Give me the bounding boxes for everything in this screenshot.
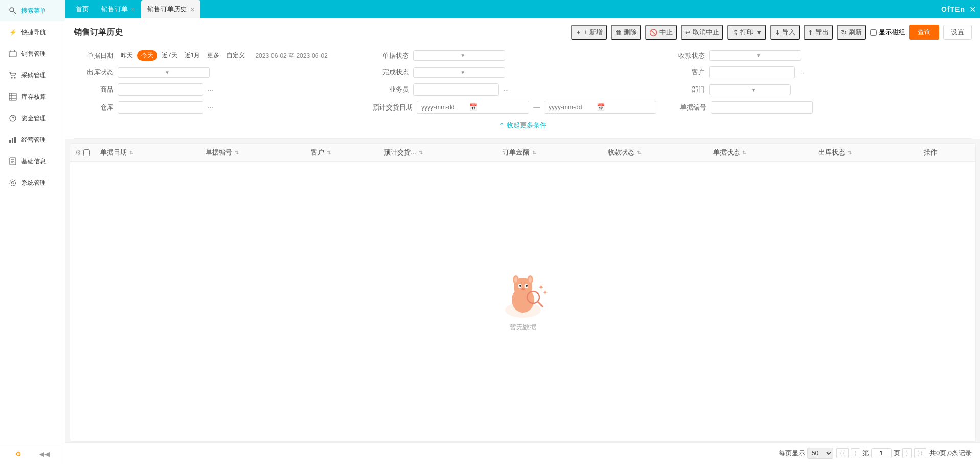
sidebar-item-inventory[interactable]: 库存核算	[0, 86, 65, 107]
sidebar-item-sys-mgmt[interactable]: 系统管理	[0, 172, 65, 193]
header-delivery: 预计交货... ⇅	[379, 144, 497, 162]
delivery-status-select[interactable]: ▼	[118, 67, 210, 78]
cancel-stop-icon: ↩	[685, 29, 691, 36]
salesperson-input[interactable]	[413, 83, 499, 96]
print-arrow-icon: ▼	[756, 29, 762, 36]
delivery-date-end-input[interactable]	[549, 104, 595, 111]
date-tab-yesterday[interactable]: 昨天	[118, 50, 136, 61]
date-tab-today[interactable]: 今天	[137, 50, 157, 61]
delete-button[interactable]: 🗑 删除	[611, 25, 641, 40]
order-number-input[interactable]	[711, 101, 813, 114]
order-status-arrow-icon: ▼	[460, 53, 500, 58]
department-select[interactable]: ▼	[709, 84, 791, 95]
delivery-date-start-input[interactable]	[421, 104, 467, 111]
number-sort-icon[interactable]: ⇅	[235, 150, 239, 156]
tab-home[interactable]: 首页	[70, 0, 95, 18]
svg-line-33	[538, 302, 542, 306]
sidebar-item-search[interactable]: 搜索菜单	[0, 0, 65, 21]
customer-label: 客户	[668, 68, 709, 77]
export-icon: ⬆	[808, 29, 813, 36]
calendar-end-icon[interactable]: 📅	[597, 103, 605, 111]
refresh-button[interactable]: ↻ 刷新	[837, 25, 866, 40]
date-tab-7days[interactable]: 近7天	[158, 50, 180, 61]
prev-page-button[interactable]: ⟨	[851, 448, 860, 458]
next-page-button[interactable]: ⟩	[902, 448, 912, 458]
export-button[interactable]: ⬆ 导出	[804, 25, 833, 40]
empty-state: ✦ ✦ 暂无数据	[70, 162, 975, 441]
sidebar-item-operation[interactable]: 经营管理	[0, 129, 65, 150]
warehouse-dots-icon[interactable]: ···	[208, 103, 213, 111]
current-page-input[interactable]	[871, 448, 892, 458]
cancel-stop-button[interactable]: ↩ 取消中止	[681, 25, 723, 40]
import-icon: ⬇	[774, 29, 780, 36]
sidebar-settings-icon[interactable]: ⚙	[15, 450, 21, 458]
setting-button[interactable]: 设置	[943, 25, 972, 40]
tab-sales-order-history[interactable]: 销售订单历史 ✕	[141, 0, 200, 18]
stop-button[interactable]: 🚫 中止	[645, 25, 677, 40]
complete-arrow-icon: ▼	[460, 70, 500, 75]
customer-dots-icon[interactable]: ···	[799, 69, 805, 76]
warehouse-input[interactable]	[118, 101, 203, 114]
first-page-button[interactable]: ⟨⟨	[836, 448, 849, 458]
payment-sort-icon[interactable]: ⇅	[637, 150, 641, 156]
main-area: 首页 销售订单 ✕ 销售订单历史 ✕ OfTEn ✕ 销售订单历史 ＋ + 新增	[65, 0, 980, 464]
complete-status-select[interactable]: ▼	[413, 67, 505, 78]
display-columns-toggle[interactable]: 显示磁组	[870, 28, 905, 37]
calendar-start-icon[interactable]: 📅	[469, 103, 477, 111]
last-page-button[interactable]: ⟩⟩	[914, 448, 926, 458]
sidebar-item-base-info[interactable]: 基础信息	[0, 150, 65, 172]
svg-rect-11	[9, 140, 11, 143]
date-sort-icon[interactable]: ⇅	[129, 150, 133, 156]
order-status-select[interactable]: ▼	[413, 50, 505, 61]
customer-sort-icon[interactable]: ⇅	[327, 150, 331, 156]
tab-sales-order-history-close[interactable]: ✕	[190, 7, 194, 12]
sidebar-bottom: ⚙ ◀◀	[0, 444, 65, 464]
sidebar-item-finance[interactable]: ¥ 资金管理	[0, 107, 65, 129]
complete-status-label: 完成状态	[372, 68, 413, 77]
customer-input[interactable]	[709, 66, 795, 78]
amount-sort-icon[interactable]: ⇅	[532, 150, 536, 156]
header-checkbox-cell: ⚙	[70, 144, 95, 162]
sidebar-item-quick-nav[interactable]: ⚡ 快捷导航	[0, 21, 65, 43]
tab-sales-order-close[interactable]: ✕	[131, 7, 135, 12]
delivery-sort-icon[interactable]: ⇅	[419, 150, 423, 156]
salesperson-dots-icon[interactable]: ···	[503, 86, 509, 94]
product-dots-icon[interactable]: ···	[208, 86, 213, 94]
date-tab-more[interactable]: 更多	[204, 50, 222, 61]
data-table: ⚙ 单据日期 ⇅ 单据编号 ⇅	[70, 144, 975, 162]
collapse-conditions[interactable]: ⌃ 收起更多条件	[82, 119, 964, 133]
product-input[interactable]	[118, 83, 203, 96]
svg-rect-12	[12, 138, 13, 143]
sales-icon	[8, 49, 17, 58]
sidebar-item-sales[interactable]: 销售管理	[0, 43, 65, 64]
department-arrow-icon: ▼	[751, 87, 786, 93]
sidebar-collapse-icon[interactable]: ◀◀	[39, 450, 50, 458]
product-filter: ···	[118, 83, 372, 96]
order-status-sort-icon[interactable]: ⇅	[742, 150, 746, 156]
import-button[interactable]: ⬇ 导入	[770, 25, 800, 40]
page-label: 第	[862, 449, 869, 458]
sidebar-item-base-info-label: 基础信息	[21, 157, 46, 166]
select-all-checkbox[interactable]	[83, 149, 90, 156]
svg-point-4	[14, 77, 15, 78]
topbar-close-button[interactable]: ✕	[969, 5, 976, 14]
date-range-text: 2023-06-02 至 2023-06-02	[255, 52, 327, 60]
sidebar-item-inventory-label: 库存核算	[21, 93, 46, 101]
date-tab-custom[interactable]: 自定义	[223, 50, 248, 61]
warehouse-filter: ···	[118, 101, 371, 114]
svg-point-30	[526, 285, 528, 287]
print-button[interactable]: 🖨 打印 ▼	[727, 25, 766, 40]
gear-settings-icon[interactable]: ⚙	[75, 149, 81, 157]
per-page-dropdown[interactable]: 50 10 20 100	[807, 448, 833, 459]
sidebar-item-purchase[interactable]: 采购管理	[0, 64, 65, 86]
query-button[interactable]: 查询	[909, 25, 939, 40]
delivery-status-label: 出库状态	[82, 68, 118, 77]
date-tab-1month[interactable]: 近1月	[181, 50, 203, 61]
new-button[interactable]: ＋ + 新增	[571, 25, 607, 40]
display-columns-checkbox[interactable]	[870, 29, 877, 36]
tab-sales-order[interactable]: 销售订单 ✕	[95, 0, 141, 18]
page-title: 销售订单历史	[74, 27, 123, 38]
stock-sort-icon[interactable]: ⇅	[848, 150, 852, 156]
payment-status-select[interactable]: ▼	[709, 50, 801, 61]
department-label: 部门	[668, 85, 709, 94]
